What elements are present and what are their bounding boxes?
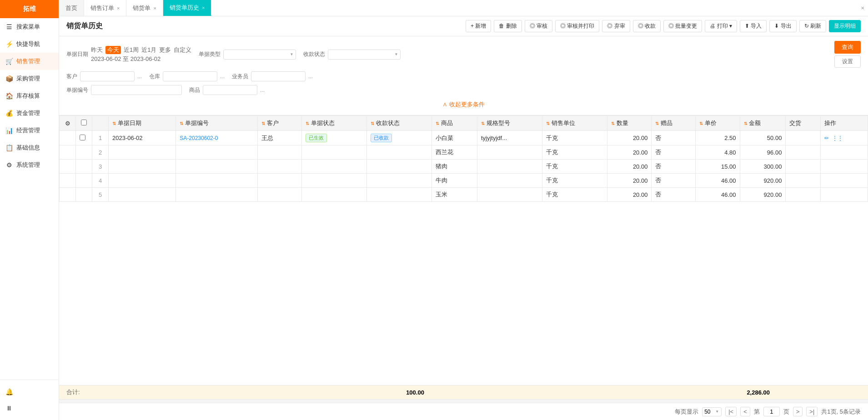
next-page-button[interactable]: > — [793, 407, 803, 416]
row4-doc-status — [301, 174, 366, 188]
row1-edit-link[interactable]: ✏ — [824, 135, 829, 141]
goods-input[interactable] — [203, 85, 257, 95]
salesperson-input[interactable] — [251, 71, 306, 81]
row1-doc-no-link[interactable]: SA-20230602-0 — [180, 135, 218, 141]
tab-sales-delivery-close[interactable]: × — [153, 5, 156, 11]
row3-price: 15.00 — [696, 160, 740, 174]
collect-button[interactable]: ◎ 收款 — [633, 20, 661, 32]
col-goods[interactable]: ⇅ 商品 — [432, 116, 477, 131]
warehouse-ellipsis[interactable]: ... — [220, 73, 225, 80]
shortcut-more[interactable]: 更多 — [159, 46, 171, 54]
filter-salesperson: 业务员 ... — [232, 71, 313, 81]
col-price[interactable]: ⇅ 单价 — [696, 116, 740, 131]
page-number-input[interactable] — [763, 407, 780, 416]
row3-gift: 否 — [652, 160, 696, 174]
col-settings[interactable]: ⚙ — [60, 116, 76, 131]
row2-num: 2 — [92, 145, 109, 160]
sidebar-item-finance[interactable]: 💰 资金管理 — [0, 105, 59, 122]
export-button[interactable]: ⬇ 导出 — [769, 20, 796, 32]
row1-more-link[interactable]: ⋮⋮ — [832, 135, 843, 141]
audit-print-button[interactable]: ◎ 审核并打印 — [555, 20, 599, 32]
col-payment-status[interactable]: ⇅ 收款状态 — [367, 116, 432, 131]
sidebar-pause[interactable]: ⏸ — [0, 400, 59, 416]
tab-home[interactable]: 首页 — [59, 0, 84, 16]
filter-collapse[interactable]: ∧ 收起更多条件 — [66, 99, 861, 110]
sidebar-item-label: 库存核算 — [16, 92, 40, 100]
row4-settings — [60, 174, 76, 188]
delete-button[interactable]: 🗑 删除 — [494, 20, 522, 32]
tab-sales-history-close[interactable]: × — [202, 5, 205, 10]
sidebar-item-system-mgmt[interactable]: ⚙ 系统管理 — [0, 156, 59, 174]
sidebar-item-operations[interactable]: 📊 经营管理 — [0, 122, 59, 139]
row4-goods: 牛肉 — [432, 174, 477, 188]
refresh-button[interactable]: ↻ 刷新 — [799, 20, 826, 32]
row5-settings — [60, 188, 76, 202]
select-all-checkbox[interactable] — [81, 120, 87, 125]
add-button[interactable]: + 新增 — [466, 20, 491, 32]
abandon-button[interactable]: ◎ 弃审 — [602, 20, 630, 32]
pagination: 每页显示 10 20 50 100 |< < 第 页 > >| 共1页, 5条记… — [59, 403, 868, 420]
import-button[interactable]: ⬆ 导入 — [740, 20, 767, 32]
customer-input[interactable] — [80, 71, 135, 81]
first-page-button[interactable]: |< — [725, 407, 737, 416]
query-button[interactable]: 查询 — [834, 41, 861, 54]
col-gift[interactable]: ⇅ 赠品 — [652, 116, 696, 131]
sidebar-notification[interactable]: 🔔 — [0, 384, 59, 400]
col-delivery: 交货 — [786, 116, 820, 131]
footer-label: 合计: — [66, 388, 80, 396]
page-size-select[interactable]: 10 20 50 100 — [702, 407, 722, 416]
col-amount-label: 金额 — [749, 120, 761, 126]
row2-checkbox — [76, 145, 92, 160]
last-page-button[interactable]: >| — [806, 407, 818, 416]
tab-bar-close-all[interactable]: × — [861, 5, 868, 11]
sidebar-item-sales-mgmt[interactable]: 🛒 销售管理 — [0, 53, 59, 70]
salesperson-ellipsis[interactable]: ... — [308, 73, 313, 80]
batch-change-button[interactable]: ◎ 批量变更 — [663, 20, 702, 32]
horizontal-scrollbar[interactable] — [59, 399, 868, 403]
tab-sales-delivery[interactable]: 销货单 × — [126, 0, 163, 16]
tab-sales-order-close[interactable]: × — [117, 5, 120, 11]
sidebar-item-purchase-mgmt[interactable]: 📦 采购管理 — [0, 70, 59, 87]
audit-button[interactable]: ◎ 审核 — [525, 20, 552, 32]
goods-ellipsis[interactable]: ... — [260, 87, 265, 93]
row1-unit: 千克 — [542, 131, 607, 145]
tab-sales-order[interactable]: 销售订单 × — [84, 0, 126, 16]
col-amount[interactable]: ⇅ 金额 — [740, 116, 786, 131]
col-customer[interactable]: ⇅ 客户 — [257, 116, 301, 131]
row3-customer — [257, 160, 301, 174]
col-customer-label: 客户 — [267, 120, 279, 126]
col-price-label: 单价 — [705, 120, 717, 126]
tab-home-label: 首页 — [65, 4, 77, 12]
print-button[interactable]: 🖨 打印 ▾ — [705, 20, 737, 32]
sidebar-item-search-menu[interactable]: ☰ 搜索菜单 — [0, 18, 59, 35]
prev-page-button[interactable]: < — [740, 407, 750, 416]
tab-sales-history[interactable]: 销货单历史 × — [163, 0, 211, 16]
col-unit[interactable]: ⇅ 销售单位 — [542, 116, 607, 131]
customer-ellipsis[interactable]: ... — [137, 73, 142, 80]
col-doc-status[interactable]: ⇅ 单据状态 — [301, 116, 366, 131]
warehouse-input[interactable] — [163, 71, 217, 81]
shortcut-today[interactable]: 今天 — [105, 46, 121, 54]
row1-select-checkbox[interactable] — [80, 135, 85, 140]
col-qty[interactable]: ⇅ 数量 — [607, 116, 652, 131]
payment-status-select[interactable] — [328, 50, 401, 60]
row1-amount: 50.00 — [740, 131, 786, 145]
sidebar-item-quick-nav[interactable]: ⚡ 快捷导航 — [0, 35, 59, 53]
shortcut-last-month[interactable]: 近1月 — [141, 46, 156, 54]
shortcut-custom[interactable]: 自定义 — [174, 46, 191, 54]
page-suffix: 页 — [783, 408, 789, 416]
doc-type-select[interactable] — [223, 50, 296, 60]
col-date[interactable]: ⇅ 单据日期 — [109, 116, 176, 131]
doc-number-input[interactable] — [91, 85, 182, 95]
show-detail-button[interactable]: 显示明细 — [829, 20, 861, 32]
sidebar-item-inventory[interactable]: 🏠 库存核算 — [0, 87, 59, 105]
set-button[interactable]: 设置 — [834, 55, 861, 68]
shortcut-last7[interactable]: 近1周 — [124, 46, 139, 54]
col-doc-no[interactable]: ⇅ 单据编号 — [176, 116, 258, 131]
shortcut-yesterday[interactable]: 昨天 — [91, 46, 103, 54]
col-spec[interactable]: ⇅ 规格型号 — [477, 116, 542, 131]
sidebar-item-basic-info[interactable]: 📋 基础信息 — [0, 139, 59, 156]
col-checkbox — [76, 116, 92, 131]
quick-nav-icon: ⚡ — [5, 40, 13, 48]
row3-checkbox — [76, 160, 92, 174]
